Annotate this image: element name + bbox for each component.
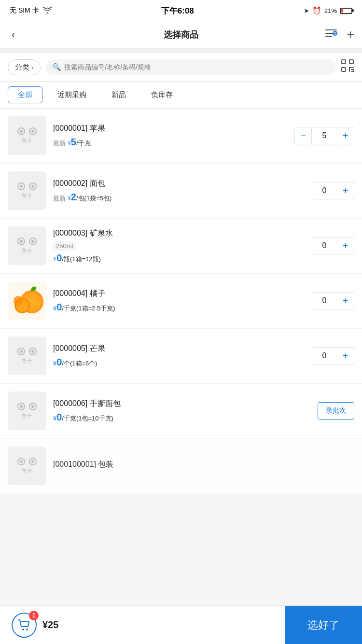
product-name: [0000005] 芒果 <box>53 344 305 354</box>
tab-negative[interactable]: 负库存 <box>141 86 183 103</box>
battery-percent: 21% <box>324 7 337 14</box>
quantity-input[interactable] <box>312 182 337 199</box>
nav-right-actions: + <box>325 27 354 42</box>
category-button[interactable]: 分类 › <box>8 59 41 75</box>
status-right: ➤ ⏰ 21% <box>304 6 352 15</box>
product-info: [0000002] 面包 最新 ¥2/包(1袋=5包) <box>53 179 305 203</box>
product-price: ¥0/瓶(1箱=12瓶) <box>53 252 305 264</box>
increase-button[interactable]: + <box>337 127 354 144</box>
owl-logo: 鲁十 <box>8 392 46 430</box>
chevron-right-icon: › <box>31 64 33 71</box>
product-thumbnail <box>8 281 46 320</box>
battery-icon <box>340 8 352 14</box>
list-item: 鲁十 [0000001] 苹果 最新 ¥5/千克 − + <box>0 109 362 163</box>
svg-point-20 <box>14 296 23 306</box>
product-thumbnail: 鲁十 <box>8 116 46 155</box>
quantity-control: + <box>312 292 354 309</box>
list-item: 鲁十 [0000006] 手撕面包 ¥0/千克(1包=10千克) 录批次 <box>0 384 362 438</box>
owl-logo: 鲁十 <box>8 447 46 485</box>
list-item: 鲁十 [0000002] 面包 最新 ¥2/包(1袋=5包) + <box>0 164 362 218</box>
product-name: [0000003] 矿泉水 <box>53 228 305 238</box>
product-price: ¥0/个(1箱=6个) <box>53 357 305 368</box>
quantity-input[interactable] <box>312 237 337 254</box>
product-name: [000100001] 包装 <box>53 460 354 470</box>
quantity-input[interactable] <box>312 127 337 144</box>
svg-rect-6 <box>342 60 346 64</box>
cart-icon-button[interactable]: 1 <box>12 613 37 638</box>
product-price: ¥0/千克(1包=10千克) <box>53 412 311 423</box>
product-price: 最新 ¥5/千克 <box>53 137 288 148</box>
list-item: [0000004] 橘子 ¥0/千克(1箱=2.5千克) + <box>0 274 362 328</box>
product-thumbnail: 鲁十 <box>8 336 46 375</box>
product-name: [0000002] 面包 <box>53 179 305 189</box>
owl-logo: 鲁十 <box>8 336 46 375</box>
product-thumbnail: 鲁十 <box>8 226 46 265</box>
tab-new[interactable]: 新品 <box>101 86 136 103</box>
batch-button[interactable]: 录批次 <box>318 402 354 420</box>
list-item: 鲁十 [0000003] 矿泉水 250ml ¥0/瓶(1箱=12瓶) + <box>0 219 362 273</box>
search-box[interactable]: 🔍 <box>45 59 336 75</box>
wifi-icon <box>43 7 52 15</box>
cart-area: 1 ¥25 <box>0 613 285 638</box>
product-price: ¥0/千克(1箱=2.5千克) <box>53 302 305 313</box>
search-icon: 🔍 <box>52 63 61 71</box>
confirm-button[interactable]: 选好了 <box>285 606 362 644</box>
decrease-button[interactable]: − <box>294 127 312 144</box>
product-info: [0000005] 芒果 ¥0/个(1箱=6个) <box>53 344 305 368</box>
svg-rect-8 <box>342 68 346 71</box>
owl-logo: 鲁十 <box>8 226 46 265</box>
product-thumbnail: 鲁十 <box>8 392 46 430</box>
divider-1 <box>0 48 362 53</box>
svg-point-21 <box>22 629 24 630</box>
owl-logo: 鲁十 <box>8 171 46 210</box>
back-button[interactable]: ‹ <box>8 25 19 45</box>
product-name: [0000004] 橘子 <box>53 289 305 299</box>
tab-all[interactable]: 全部 <box>8 86 42 103</box>
quantity-control: + <box>312 182 354 199</box>
product-info: [0000006] 手撕面包 ¥0/千克(1包=10千克) <box>53 399 311 423</box>
product-info: [000100001] 包装 <box>53 460 354 473</box>
add-icon[interactable]: + <box>347 27 354 42</box>
nav-bar: ‹ 选择商品 + <box>0 21 362 48</box>
quantity-input[interactable] <box>312 347 337 364</box>
quantity-control: + <box>312 237 354 254</box>
increase-button[interactable]: + <box>337 182 354 199</box>
product-thumbnail: 鲁十 <box>8 171 46 210</box>
product-name: [0000001] 苹果 <box>53 124 288 134</box>
status-bar: 无 SIM 卡 下午6:08 ➤ ⏰ 21% <box>0 0 362 21</box>
increase-button[interactable]: + <box>337 237 354 254</box>
category-label: 分类 <box>15 63 29 72</box>
bottom-bar: 1 ¥25 选好了 <box>0 605 362 644</box>
product-name: [0000006] 手撕面包 <box>53 399 311 409</box>
quantity-control: − + <box>294 127 354 144</box>
product-spec: 250ml <box>53 241 76 251</box>
tab-recent[interactable]: 近期采购 <box>47 86 97 103</box>
cart-icon <box>17 619 31 631</box>
product-info: [0000001] 苹果 最新 ¥5/千克 <box>53 124 288 148</box>
increase-button[interactable]: + <box>337 292 354 309</box>
cart-total: ¥25 <box>42 619 58 630</box>
product-price: 最新 ¥2/包(1袋=5包) <box>53 192 305 203</box>
carrier-text: 无 SIM 卡 <box>10 6 39 15</box>
svg-rect-7 <box>349 60 353 64</box>
product-thumbnail: 鲁十 <box>8 447 46 485</box>
quantity-control: + <box>312 347 354 364</box>
filter-row: 分类 › 🔍 <box>0 53 362 82</box>
increase-button[interactable]: + <box>337 347 354 364</box>
tab-row: 全部 近期采购 新品 负库存 <box>0 82 362 109</box>
page-title: 选择商品 <box>164 29 198 41</box>
list-item: 鲁十 [000100001] 包装 <box>0 439 362 493</box>
status-time: 下午6:08 <box>161 5 194 16</box>
filter-icon[interactable] <box>325 28 337 42</box>
svg-point-22 <box>26 629 28 630</box>
status-left: 无 SIM 卡 <box>10 6 52 15</box>
product-list: 鲁十 [0000001] 苹果 最新 ¥5/千克 − + 鲁十 <box>0 109 362 493</box>
orange-image <box>8 281 46 320</box>
product-info: [0000003] 矿泉水 250ml ¥0/瓶(1箱=12瓶) <box>53 228 305 264</box>
search-input[interactable] <box>64 63 329 71</box>
quantity-input[interactable] <box>312 292 337 309</box>
cart-badge: 1 <box>29 611 39 620</box>
scan-icon[interactable] <box>341 59 354 75</box>
list-item: 鲁十 [0000005] 芒果 ¥0/个(1箱=6个) + <box>0 329 362 383</box>
owl-logo: 鲁十 <box>8 116 46 155</box>
